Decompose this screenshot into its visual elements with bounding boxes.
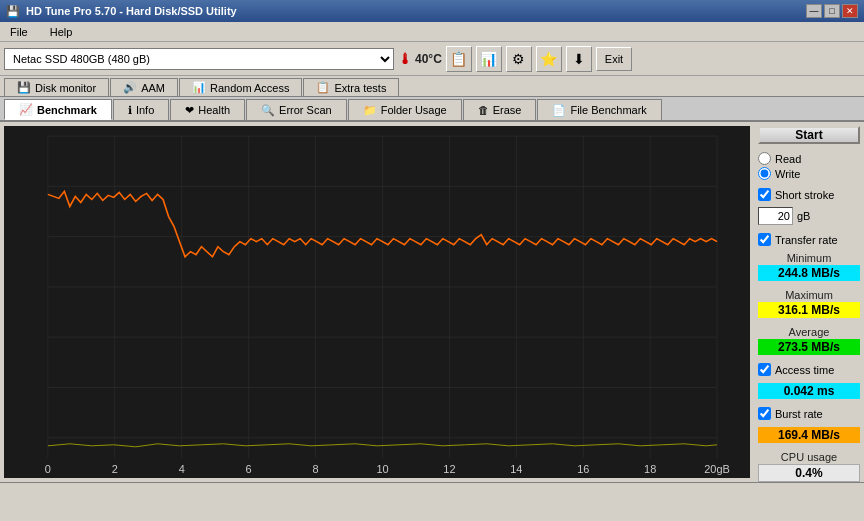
svg-text:10: 10 xyxy=(376,463,388,474)
window-title: HD Tune Pro 5.70 - Hard Disk/SSD Utility xyxy=(26,5,237,17)
short-stroke-unit: gB xyxy=(797,210,810,222)
minimum-label: Minimum xyxy=(758,252,860,264)
maximum-stat: Maximum 316.1 MB/s xyxy=(758,289,860,318)
benchmark-chart: 0 2 4 6 8 10 12 14 16 18 20gB xyxy=(4,126,750,478)
read-radio-item[interactable]: Read xyxy=(758,152,860,165)
maximum-label: Maximum xyxy=(758,289,860,301)
short-stroke-checkbox[interactable] xyxy=(758,188,771,201)
tab-aam[interactable]: 🔊 AAM xyxy=(110,78,178,96)
exit-button[interactable]: Exit xyxy=(596,47,632,71)
cpu-usage-label: CPU usage xyxy=(758,451,860,463)
minimize-button[interactable]: — xyxy=(806,4,822,18)
short-stroke-input[interactable] xyxy=(758,207,793,225)
write-radio-item[interactable]: Write xyxy=(758,167,860,180)
read-label: Read xyxy=(775,153,801,165)
tab-error-scan[interactable]: 🔍 Error Scan xyxy=(246,99,347,120)
menu-help[interactable]: Help xyxy=(44,24,79,40)
toolbar: Netac SSD 480GB (480 gB) 🌡 40°C 📋 📊 ⚙ ⭐ … xyxy=(0,42,864,76)
svg-text:4: 4 xyxy=(179,463,185,474)
menu-file[interactable]: File xyxy=(4,24,34,40)
extra-tests-icon: 📋 xyxy=(316,81,330,94)
maximize-button[interactable]: □ xyxy=(824,4,840,18)
random-access-icon: 📊 xyxy=(192,81,206,94)
drive-select[interactable]: Netac SSD 480GB (480 gB) xyxy=(4,48,394,70)
tab-health[interactable]: ❤ Health xyxy=(170,99,245,120)
start-button[interactable]: Start xyxy=(758,126,860,144)
icon-btn-2[interactable]: 📊 xyxy=(476,46,502,72)
svg-text:14: 14 xyxy=(510,463,522,474)
svg-text:16: 16 xyxy=(577,463,589,474)
thermometer-icon: 🌡 xyxy=(398,51,412,67)
burst-rate-value: 169.4 MB/s xyxy=(758,427,860,443)
maximum-value: 316.1 MB/s xyxy=(758,302,860,318)
svg-text:8: 8 xyxy=(313,463,319,474)
svg-text:20gB: 20gB xyxy=(704,463,730,474)
minimum-stat: Minimum 244.8 MB/s xyxy=(758,252,860,281)
aam-icon: 🔊 xyxy=(123,81,137,94)
svg-text:12: 12 xyxy=(443,463,455,474)
access-time-value: 0.042 ms xyxy=(758,383,860,399)
short-stroke-value-row: gB xyxy=(758,207,860,225)
cpu-usage-value: 0.4% xyxy=(758,464,860,482)
temperature-display: 🌡 40°C xyxy=(398,51,442,67)
transfer-rate-row[interactable]: Transfer rate xyxy=(758,233,860,246)
svg-text:2: 2 xyxy=(112,463,118,474)
burst-rate-row[interactable]: Burst rate xyxy=(758,407,860,420)
transfer-rate-checkbox[interactable] xyxy=(758,233,771,246)
status-bar xyxy=(0,482,864,500)
tab-folder-usage[interactable]: 📁 Folder Usage xyxy=(348,99,462,120)
access-time-checkbox[interactable] xyxy=(758,363,771,376)
app-icon: 💾 xyxy=(6,5,20,18)
minimum-value: 244.8 MB/s xyxy=(758,265,860,281)
cpu-usage-stat: CPU usage 0.4% xyxy=(758,451,860,482)
icon-btn-1[interactable]: 📋 xyxy=(446,46,472,72)
title-bar: 💾 HD Tune Pro 5.70 - Hard Disk/SSD Utili… xyxy=(0,0,864,22)
top-tab-bar: 💾 Disk monitor 🔊 AAM 📊 Random Access 📋 E… xyxy=(0,76,864,97)
main-content: MB/s ms 350 300 250 200 150 100 50 0.35 … xyxy=(0,122,864,482)
tab-file-benchmark[interactable]: 📄 File Benchmark xyxy=(537,99,661,120)
transfer-rate-label: Transfer rate xyxy=(775,234,838,246)
main-tab-bar: 📈 Benchmark ℹ Info ❤ Health 🔍 Error Scan… xyxy=(0,97,864,122)
tab-benchmark[interactable]: 📈 Benchmark xyxy=(4,99,112,120)
window-controls: — □ ✕ xyxy=(806,4,858,18)
benchmark-icon: 📈 xyxy=(19,103,33,116)
svg-text:6: 6 xyxy=(246,463,252,474)
disk-monitor-icon: 💾 xyxy=(17,81,31,94)
short-stroke-row[interactable]: Short stroke xyxy=(758,188,860,201)
short-stroke-label: Short stroke xyxy=(775,189,834,201)
close-button[interactable]: ✕ xyxy=(842,4,858,18)
chart-container: MB/s ms 350 300 250 200 150 100 50 0.35 … xyxy=(4,126,750,478)
info-icon: ℹ xyxy=(128,104,132,117)
tab-extra-tests[interactable]: 📋 Extra tests xyxy=(303,78,399,96)
average-label: Average xyxy=(758,326,860,338)
svg-text:18: 18 xyxy=(644,463,656,474)
write-label: Write xyxy=(775,168,800,180)
read-write-group: Read Write xyxy=(758,152,860,180)
folder-usage-icon: 📁 xyxy=(363,104,377,117)
erase-icon: 🗑 xyxy=(478,104,489,116)
burst-rate-stat: 169.4 MB/s xyxy=(758,426,860,443)
temperature-value: 40°C xyxy=(415,52,442,66)
tab-disk-monitor[interactable]: 💾 Disk monitor xyxy=(4,78,109,96)
file-benchmark-icon: 📄 xyxy=(552,104,566,117)
right-panel: Start Read Write Short stroke gB Transfe… xyxy=(754,122,864,482)
tab-random-access[interactable]: 📊 Random Access xyxy=(179,78,302,96)
svg-text:0: 0 xyxy=(45,463,51,474)
average-value: 273.5 MB/s xyxy=(758,339,860,355)
access-time-row[interactable]: Access time xyxy=(758,363,860,376)
burst-rate-label: Burst rate xyxy=(775,408,823,420)
write-radio[interactable] xyxy=(758,167,771,180)
access-time-label: Access time xyxy=(775,364,834,376)
health-icon: ❤ xyxy=(185,104,194,117)
svg-rect-0 xyxy=(4,126,750,478)
burst-rate-checkbox[interactable] xyxy=(758,407,771,420)
access-time-stat: 0.042 ms xyxy=(758,382,860,399)
error-scan-icon: 🔍 xyxy=(261,104,275,117)
tab-erase[interactable]: 🗑 Erase xyxy=(463,99,537,120)
read-radio[interactable] xyxy=(758,152,771,165)
tab-info[interactable]: ℹ Info xyxy=(113,99,169,120)
icon-btn-4[interactable]: ⭐ xyxy=(536,46,562,72)
icon-btn-3[interactable]: ⚙ xyxy=(506,46,532,72)
icon-btn-5[interactable]: ⬇ xyxy=(566,46,592,72)
average-stat: Average 273.5 MB/s xyxy=(758,326,860,355)
